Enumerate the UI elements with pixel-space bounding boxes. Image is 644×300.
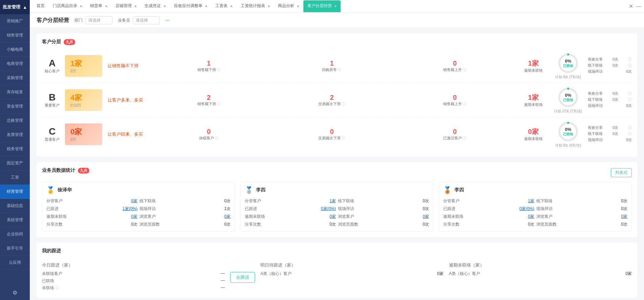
- staff-stat-1-6: 分享次数 0次: [245, 222, 336, 227]
- staff-stat-2-7: 浏览页面数 0次: [536, 222, 627, 227]
- followup-overdue-col: 逾期未联络（家） A类（核心）客户 0家: [449, 262, 632, 292]
- staff-stat-2-3: 现场拜访 0次: [536, 206, 627, 212]
- tab-close-2[interactable]: ×: [105, 4, 107, 8]
- tier-c-label: C 普通客户: [42, 127, 62, 142]
- staff-stat-1-1: 线下联络 0次: [338, 198, 429, 204]
- tab-1[interactable]: 门店商品目录 ×: [49, 0, 86, 12]
- sidebar-item-5[interactable]: 库存核算: [0, 85, 30, 99]
- dept-select[interactable]: 请选择: [85, 16, 112, 24]
- close-icon[interactable]: ✕: [629, 3, 633, 9]
- content-area: 客户分层 九月 A 核心客户 1家 0万 让销售额不下滑 1: [30, 28, 644, 300]
- sidebar-item-14[interactable]: 系统管理: [0, 213, 30, 227]
- filter-group-dept: 部门 请选择: [74, 16, 112, 24]
- staff-card-1: 🥈 李四 分管客户 1家 线下联络 0次 已跟进: [240, 182, 433, 232]
- tier-c-stats: 0 休眠客户 ⓘ 0 交易频次下滑 ⓘ 0 已激活客户 ⓘ: [148, 126, 515, 143]
- tab-4[interactable]: 生成凭证 ×: [141, 0, 170, 12]
- tier-a-label: A 核心客户: [42, 59, 62, 74]
- staff-stat-0-5: 浏览客户 0家: [139, 214, 231, 220]
- followup-header: 我的跟进: [42, 248, 632, 258]
- staff-medal-1: 🥈: [245, 186, 253, 194]
- tab-close-8[interactable]: ×: [297, 4, 299, 8]
- tab-7[interactable]: 工资统计报表 ×: [237, 0, 274, 12]
- stat-b-1[interactable]: 2 交易频次下滑 ⓘ: [271, 92, 392, 109]
- staff-stat-0-2: 已跟进 1家(0%): [46, 206, 137, 212]
- sidebar-item-3[interactable]: 电商管理: [0, 57, 30, 71]
- staff-grid: 🥇 徐泽华 分管客户 0家 线下联络 0次 已跟进: [42, 182, 632, 232]
- stat-c-0[interactable]: 0 休眠客户 ⓘ: [148, 126, 269, 143]
- minus-icon[interactable]: —: [636, 3, 641, 9]
- go-followup-button[interactable]: 去跟进: [230, 272, 255, 283]
- tier-b-overdue: 1家 逾期未联络: [518, 93, 549, 107]
- tier-c-suggest: 让客户回来、多买: [105, 131, 146, 138]
- stat-c-1[interactable]: 0 交易频次下滑 ⓘ: [271, 126, 392, 143]
- sidebar-logo-text: 批发管理: [3, 4, 20, 10]
- page-header: 客户分层经营 部门 请选择 业务员 请选择 ···: [30, 13, 644, 28]
- tab-close-3[interactable]: ×: [134, 4, 136, 8]
- tab-home[interactable]: 首页: [33, 0, 49, 12]
- dept-label: 部门: [74, 18, 83, 23]
- sidebar-item-15[interactable]: 企业协同: [0, 227, 30, 241]
- sidebar-item-0[interactable]: 营销推广: [0, 14, 30, 28]
- staff-stats-1: 分管客户 1家 线下联络 0次 已跟进 0家(0%) 现场拜访: [245, 198, 429, 227]
- tier-a-stats: 1 销售额下滑 ⓘ 1 回购异常 ⓘ 0 销售额上升 ⓘ: [148, 57, 515, 74]
- sidebar-collapse-icon[interactable]: ▲: [23, 5, 27, 10]
- sidebar-item-11[interactable]: 工资: [0, 170, 30, 185]
- staff-stat-0-0: 分管客户 0家: [46, 198, 137, 204]
- tab-9[interactable]: 客户分层经营 ×: [303, 0, 341, 12]
- customer-month-badge: 九月: [64, 39, 75, 45]
- sidebar-item-12[interactable]: 经营管理: [0, 185, 30, 199]
- sidebar-item-10[interactable]: 固定资产: [0, 156, 30, 170]
- tab-close-5[interactable]: ×: [205, 4, 207, 8]
- sidebar-item-8[interactable]: 发票管理: [0, 128, 30, 142]
- followup-today-row-1: 已联络 —: [42, 278, 225, 284]
- tier-b-suggest: 让客户多来、多买: [105, 97, 146, 104]
- stat-a-0[interactable]: 1 销售额下滑 ⓘ: [148, 57, 269, 74]
- stat-b-2[interactable]: 0 销售额上升 ⓘ: [394, 92, 515, 109]
- tier-a-circle: 0% 已联络 计划 4次 (7天/次): [551, 52, 585, 79]
- sidebar-item-7[interactable]: 总账管理: [0, 114, 30, 128]
- tab-close-7[interactable]: ×: [268, 4, 270, 8]
- sidebar-settings-icon[interactable]: ⚙: [0, 285, 30, 300]
- sidebar-item-9[interactable]: 税务管理: [0, 142, 30, 156]
- tab-3[interactable]: 店铺管理 ×: [111, 0, 141, 12]
- tab-close-6[interactable]: ×: [230, 4, 232, 8]
- staff-stat-2-0: 分管客户 1家: [443, 198, 534, 204]
- tab-6[interactable]: 工资表 ×: [211, 0, 236, 12]
- sidebar-item-6[interactable]: 资金管理: [0, 99, 30, 114]
- tab-close-4[interactable]: ×: [164, 4, 166, 8]
- tier-b-stats: 2 销售额下滑 ⓘ 2 交易频次下滑 ⓘ 0 销售额上升 ⓘ: [148, 92, 515, 109]
- list-view-button[interactable]: 列表式: [611, 168, 632, 177]
- staff-name-0: 徐泽华: [58, 187, 72, 193]
- staff-name-2: 李四: [454, 187, 464, 193]
- stat-c-2[interactable]: 0 已激活客户 ⓘ: [394, 126, 515, 143]
- tier-c-count-box[interactable]: 0家 0万: [65, 123, 102, 145]
- stat-b-0[interactable]: 2 销售额下滑 ⓘ: [148, 92, 269, 109]
- filter-more-icon[interactable]: ···: [165, 17, 170, 23]
- page-title: 客户分层经营: [37, 17, 69, 24]
- staff-stat-1-0: 分管客户 1家: [245, 198, 336, 204]
- sidebar-item-13[interactable]: 基础信息: [0, 199, 30, 213]
- staff-header-1: 🥈 李四: [245, 186, 429, 194]
- sidebar-item-17[interactable]: 云应用: [0, 256, 30, 270]
- stat-a-1[interactable]: 1 回购异常 ⓘ: [271, 57, 392, 74]
- sidebar-item-2[interactable]: 小畅电商: [0, 43, 30, 57]
- tier-b-count-box[interactable]: 4家 0.53万: [65, 89, 102, 111]
- biz-month-badge: 九月: [78, 168, 89, 174]
- sidebar-item-4[interactable]: 采购管理: [0, 71, 30, 85]
- tab-8[interactable]: 商品分析 ×: [274, 0, 303, 12]
- sidebar-item-1[interactable]: 销售管理: [0, 28, 30, 43]
- tab-close-9[interactable]: ×: [335, 4, 337, 8]
- sidebar-logo[interactable]: 批发管理 ▲: [0, 0, 30, 14]
- staff-select[interactable]: 请选择: [133, 16, 160, 24]
- tab-5[interactable]: 应收应付调整单 ×: [170, 0, 211, 12]
- tab-2[interactable]: 销货单 ×: [86, 0, 111, 12]
- sidebar-item-16[interactable]: 新手引导: [0, 241, 30, 256]
- tab-bar: 首页 门店商品目录 × 销货单 × 店铺管理 × 生成凭证 × 应收应付调整单 …: [30, 0, 644, 13]
- tier-a-count-box[interactable]: 1家 0万: [65, 55, 102, 77]
- staff-stat-2-1: 线下联络 0次: [536, 198, 627, 204]
- staff-stat-1-5: 浏览客户 0家: [338, 214, 429, 220]
- tier-b-label: B 重要客户: [42, 93, 62, 108]
- tab-close-1[interactable]: ×: [80, 4, 82, 8]
- customer-section-title: 客户分层 九月: [42, 39, 632, 45]
- stat-a-2[interactable]: 0 销售额上升 ⓘ: [394, 57, 515, 74]
